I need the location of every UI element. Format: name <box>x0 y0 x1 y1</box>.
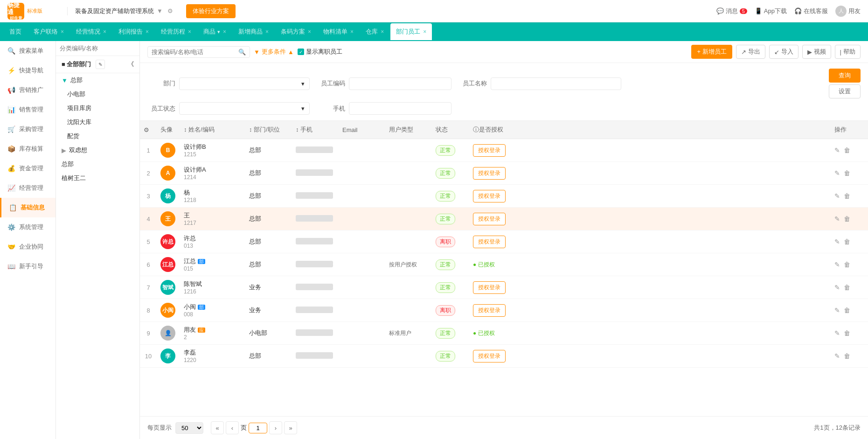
sidebar-item-finance[interactable]: 💰 资金管理 <box>0 159 56 178</box>
export-button[interactable]: ↗ 导出 <box>736 45 765 59</box>
auth-btn[interactable]: 授权登录 <box>473 281 506 294</box>
emp-code-input[interactable] <box>349 77 451 90</box>
sidebar-item-collab[interactable]: 🤝 企业协同 <box>0 237 56 257</box>
page-last-btn[interactable]: » <box>284 421 297 434</box>
delete-btn[interactable]: 🗑 <box>844 192 850 200</box>
tab-business[interactable]: 经营情况 × <box>70 23 112 40</box>
status-select[interactable]: ▾ <box>179 102 310 115</box>
delete-btn[interactable]: 🗑 <box>844 284 850 291</box>
edit-btn[interactable]: ✎ <box>834 169 840 177</box>
dept-node-zongbu[interactable]: ▼ 总部 <box>56 73 139 87</box>
delete-btn[interactable]: 🗑 <box>844 146 850 154</box>
close-icon[interactable]: × <box>381 28 384 35</box>
show-resign-check[interactable]: ✓ 显示离职员工 <box>298 48 342 56</box>
tab-history[interactable]: 经营历程 × <box>155 23 197 40</box>
view-button[interactable]: ▶ 视频 <box>802 45 831 59</box>
tab-goods[interactable]: 商品 ▾ × <box>198 23 232 40</box>
close-icon[interactable]: × <box>103 28 106 35</box>
auth-btn[interactable]: 授权登录 <box>473 213 506 225</box>
search-trigger-icon[interactable]: 🔍 <box>238 49 246 56</box>
auth-btn[interactable]: 授权登录 <box>473 144 506 157</box>
dropdown-icon[interactable]: ▼ <box>157 7 163 14</box>
more-filter-btn[interactable]: ▼ 更多条件 ▲ <box>254 48 294 56</box>
dept-node-shuanglu[interactable]: ▶ 双虑想 <box>56 143 139 157</box>
dept-node-zhishu[interactable]: 植树王二 <box>56 171 139 185</box>
auth-btn[interactable]: 授权登录 <box>473 167 506 180</box>
close-icon[interactable]: × <box>146 28 149 35</box>
sidebar-item-marketing[interactable]: 📢 营销推广 <box>0 80 56 100</box>
edit-btn[interactable]: ✎ <box>834 352 840 360</box>
tab-bom[interactable]: 物料清单 × <box>318 23 359 40</box>
close-icon[interactable]: × <box>308 28 311 35</box>
delete-btn[interactable]: 🗑 <box>844 169 850 177</box>
emp-name-input[interactable] <box>491 77 621 90</box>
auth-btn[interactable]: 授权登录 <box>473 190 506 202</box>
dept-node-xiangmu[interactable]: 项目库房 <box>56 101 139 115</box>
page-first-btn[interactable]: « <box>211 421 224 434</box>
th-phone[interactable]: ↕ 手机 <box>292 121 339 139</box>
sidebar-item-search[interactable]: 🔍 搜索菜单 <box>0 41 56 61</box>
dept-node-peihuo[interactable]: 配货 <box>56 129 139 143</box>
online-service-item[interactable]: 🎧 在线客服 <box>794 7 828 15</box>
close-icon[interactable]: × <box>423 28 426 35</box>
search-btn[interactable]: 查询 <box>829 69 861 83</box>
dept-search-input[interactable] <box>60 45 138 52</box>
th-gear[interactable]: ⚙ <box>140 121 157 139</box>
edit-btn[interactable]: ✎ <box>834 261 840 268</box>
tab-home[interactable]: 首页 <box>4 23 27 40</box>
delete-btn[interactable]: 🗑 <box>844 307 850 314</box>
auth-btn[interactable]: 授权登录 <box>473 236 506 248</box>
tab-barcode[interactable]: 条码方案 × <box>275 23 317 40</box>
setting-btn[interactable]: 设置 <box>829 84 861 98</box>
app-download-item[interactable]: 📱 App下载 <box>755 7 787 15</box>
page-next-btn[interactable]: › <box>269 421 282 434</box>
sidebar-item-sales[interactable]: 📊 销售管理 <box>0 100 56 119</box>
close-icon[interactable]: × <box>223 28 226 35</box>
tab-customer[interactable]: 客户联络 × <box>28 23 69 40</box>
help-button[interactable]: | 帮助 <box>835 45 861 59</box>
sidebar-item-guide[interactable]: 📖 新手引导 <box>0 257 56 276</box>
add-employee-button[interactable]: + 新增员工 <box>691 45 732 59</box>
auth-btn[interactable]: 授权登录 <box>473 350 506 362</box>
sidebar-item-basic[interactable]: 📋 基础信息 <box>0 198 56 217</box>
collapse-btn[interactable]: 《 <box>128 60 134 69</box>
trial-button[interactable]: 体验行业方案 <box>186 4 236 18</box>
sidebar-item-purchase[interactable]: 🛒 采购管理 <box>0 119 56 139</box>
delete-btn[interactable]: 🗑 <box>844 215 850 223</box>
search-input[interactable] <box>152 49 236 56</box>
delete-btn[interactable]: 🗑 <box>844 238 850 245</box>
close-icon[interactable]: × <box>188 28 191 35</box>
phone-input[interactable] <box>349 102 451 115</box>
delete-btn[interactable]: 🗑 <box>844 352 850 360</box>
sidebar-item-quick[interactable]: ⚡ 快捷导航 <box>0 61 56 80</box>
page-size-select[interactable]: 50 20 100 <box>175 422 203 434</box>
close-icon[interactable]: × <box>61 28 64 35</box>
sidebar-item-operation[interactable]: 📈 经营管理 <box>0 178 56 198</box>
dept-node-xiaodian[interactable]: 小电部 <box>56 87 139 101</box>
dept-edit-icon[interactable]: ✎ <box>96 60 105 69</box>
settings-icon[interactable]: ⚙ <box>167 7 173 14</box>
import-button[interactable]: ↙ 导入 <box>769 45 799 59</box>
dept-node-zongbu2[interactable]: 总部 <box>56 157 139 171</box>
edit-btn[interactable]: ✎ <box>834 146 840 154</box>
auth-btn[interactable]: 授权登录 <box>473 304 506 317</box>
th-dept-position[interactable]: ↕ 部门/职位 <box>245 121 292 139</box>
edit-btn[interactable]: ✎ <box>834 238 840 245</box>
edit-btn[interactable]: ✎ <box>834 307 840 314</box>
tab-warehouse[interactable]: 仓库 × <box>360 23 389 40</box>
delete-btn[interactable]: 🗑 <box>844 329 850 337</box>
dept-select[interactable]: ▾ <box>179 77 310 90</box>
delete-btn[interactable]: 🗑 <box>844 261 850 268</box>
dept-node-shenyang[interactable]: 沈阳大库 <box>56 115 139 129</box>
tab-dept-staff[interactable]: 部门员工 × <box>390 23 432 40</box>
tab-new-goods[interactable]: 新增商品 × <box>233 23 274 40</box>
page-current-input[interactable] <box>249 423 267 433</box>
close-icon[interactable]: × <box>350 28 354 35</box>
edit-btn[interactable]: ✎ <box>834 215 840 223</box>
page-prev-btn[interactable]: ‹ <box>226 421 239 434</box>
edit-btn[interactable]: ✎ <box>834 192 840 200</box>
user-item[interactable]: 人 用友 <box>835 6 861 17</box>
th-name-code[interactable]: ↕ 姓名/编码 <box>180 121 245 139</box>
message-item[interactable]: 💬 消息 5 <box>716 7 747 15</box>
sidebar-item-inventory[interactable]: 📦 库存核算 <box>0 139 56 159</box>
